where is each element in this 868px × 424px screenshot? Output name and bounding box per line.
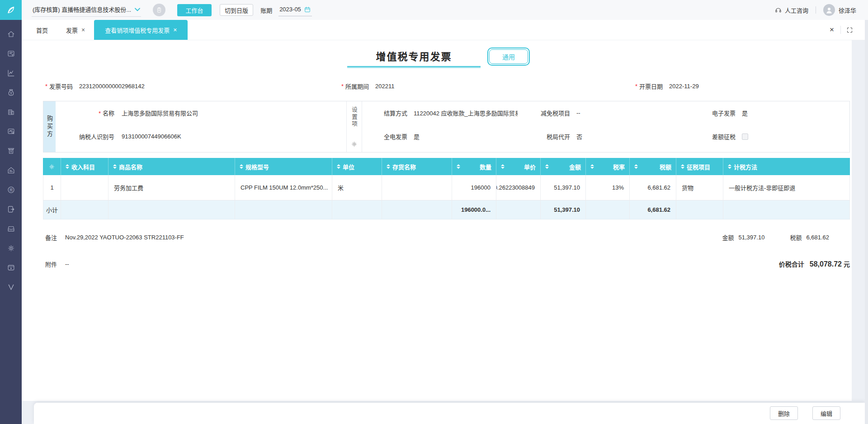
sidebar-item-transfer[interactable]: [0, 200, 22, 219]
header-tax-method[interactable]: 计税方法: [723, 158, 850, 175]
tab-view-vat-invoice[interactable]: 查看销项增值税专用发票 ×: [94, 20, 188, 40]
header-spec[interactable]: 规格型号: [235, 158, 332, 175]
sort-icon[interactable]: [681, 164, 684, 169]
sort-icon[interactable]: [337, 164, 340, 169]
subtotal-empty: [108, 200, 235, 219]
cell-product-name: 劳务加工费: [108, 175, 235, 200]
period-label: 账期: [260, 6, 272, 14]
sort-icon[interactable]: [545, 164, 549, 169]
header-unit-price[interactable]: 单价: [496, 158, 541, 175]
sort-icon[interactable]: [501, 164, 505, 169]
sidebar-item-tax[interactable]: 税: [0, 180, 22, 200]
remark-value: Nov.29,2022 YAOTUO-22063 STR221103-FF: [65, 234, 184, 241]
sort-icon[interactable]: [634, 164, 638, 169]
date-value: 2022-11-29: [669, 83, 699, 90]
subtotal-empty: [496, 200, 541, 219]
header-qty[interactable]: 数量: [452, 158, 496, 175]
company-selector[interactable]: (库存核算) 直播畅捷通信息技术股份...: [32, 3, 141, 17]
settlement-group: 结算方式 11220042 应收账款_上海思多励国际贸易有...: [362, 109, 518, 117]
subtotal-row: 小计 196000.0... 51,397.10 6,681.62: [43, 200, 850, 219]
diff-taxation-label: 差额征税: [710, 132, 736, 141]
sidebar-item-analysis[interactable]: [0, 122, 22, 141]
diff-taxation-checkbox[interactable]: [742, 133, 748, 140]
header-gear[interactable]: [43, 158, 61, 175]
sidebar-item-cashier[interactable]: [0, 141, 22, 161]
tab-tools: ×: [823, 20, 865, 40]
sort-icon[interactable]: [240, 164, 243, 169]
info-row-1: 结算方式 11220042 应收账款_上海思多励国际贸易有... 减免税项目 -…: [362, 109, 849, 118]
header-amount[interactable]: 金额: [541, 158, 586, 175]
sidebar-item-invoice[interactable]: [0, 44, 22, 63]
subtotal-qty: 196000.0...: [452, 200, 496, 219]
buyer-taxno-row: 纳税人识别号 91310000744906606K: [56, 132, 346, 141]
diff-taxation-group: 差额征税: [710, 132, 748, 141]
tab-active-label: 查看销项增值税专用发票: [105, 26, 170, 34]
table-row[interactable]: 1 劳务加工费 CPP FILM 150UM 12.0mm*250... 米 1…: [43, 175, 850, 200]
all-electric-group: 全电发票 是: [362, 132, 420, 141]
amount-value: 51,397.10: [739, 234, 765, 241]
sort-icon[interactable]: [387, 164, 390, 169]
sidebar-item-company[interactable]: [0, 102, 22, 122]
sidebar-item-funds[interactable]: [0, 83, 22, 102]
invoice-type-badge[interactable]: 通用: [487, 48, 530, 66]
settings-strip[interactable]: 设置项: [346, 101, 362, 152]
sort-icon[interactable]: [113, 164, 117, 169]
scrollbar[interactable]: [865, 20, 868, 424]
edit-button[interactable]: 编辑: [812, 406, 840, 420]
header-inventory-name[interactable]: 存货名称: [382, 158, 452, 175]
tab-close-icon[interactable]: ×: [173, 27, 177, 33]
sidebar-item-v-logo[interactable]: [0, 277, 22, 297]
building-icon: [7, 108, 15, 116]
period-value: 2023-05: [279, 6, 301, 13]
field-period: * 所属期间 202211: [341, 82, 395, 91]
chevron-down-icon: [135, 8, 140, 11]
header-tax-amount[interactable]: 税额: [630, 158, 676, 175]
svg-text:税: 税: [9, 188, 12, 192]
attachment-value: --: [65, 261, 69, 267]
buyer-name-value: 上海思多励国际贸易有限公司: [122, 109, 198, 117]
sort-icon[interactable]: [457, 164, 460, 169]
support-link[interactable]: 人工咨询: [774, 6, 808, 14]
header-tax-item[interactable]: 征税项目: [676, 158, 723, 175]
switch-version-button[interactable]: 切到日版: [220, 4, 253, 16]
e-invoice-value: 是: [742, 109, 748, 117]
buyer-side-label: 购买方: [43, 101, 56, 152]
app-logo[interactable]: [0, 0, 22, 20]
tab-invoice[interactable]: 发票 ×: [57, 20, 94, 40]
period-picker[interactable]: 2023-05: [278, 4, 312, 16]
sidebar-item-home[interactable]: [0, 24, 22, 44]
subtotal-empty: [676, 200, 723, 219]
sort-icon[interactable]: [590, 164, 594, 169]
notice-badge[interactable]: [153, 4, 165, 16]
sidebar-item-report[interactable]: [0, 63, 22, 83]
sidebar-item-archive[interactable]: [0, 219, 22, 238]
delete-button[interactable]: 删除: [770, 406, 798, 420]
sidebar-nav: 税: [0, 20, 22, 297]
cell-row-no: 1: [43, 175, 61, 200]
fullscreen-icon[interactable]: [841, 27, 859, 33]
subtotal-tax: 6,681.62: [630, 200, 676, 219]
sort-icon[interactable]: [728, 164, 731, 169]
v-logo-icon: [7, 283, 15, 291]
sidebar-item-assets[interactable]: [0, 161, 22, 180]
settlement-label: 结算方式: [362, 109, 407, 117]
sidebar-item-tutorial[interactable]: [0, 258, 22, 277]
workbench-button[interactable]: 工作台: [177, 4, 212, 16]
cell-tax-rate: 13%: [586, 175, 630, 200]
header-tax-rate[interactable]: 税率: [586, 158, 630, 175]
invoice-title-wrap: 增值税专用发票: [347, 48, 481, 68]
avatar[interactable]: [823, 4, 835, 16]
header-income-account[interactable]: 收入科目: [61, 158, 108, 175]
username[interactable]: 徐泽华: [839, 6, 856, 14]
tab-home[interactable]: 首页: [27, 20, 57, 40]
field-invoice-no: * 发票号码 22312000000002968142: [45, 82, 145, 91]
tab-close-icon[interactable]: ×: [81, 27, 85, 33]
header-product-name[interactable]: 商品名称: [108, 158, 235, 175]
calendar-icon: [304, 6, 311, 13]
header-unit[interactable]: 单位: [332, 158, 382, 175]
sidebar-item-settings[interactable]: [0, 238, 22, 258]
close-page-icon[interactable]: ×: [823, 25, 840, 34]
sort-icon[interactable]: [66, 164, 69, 169]
bureau-issued-group: 税局代开 否: [534, 132, 582, 141]
grand-total: 价税合计 58,078.72 元: [779, 259, 850, 268]
